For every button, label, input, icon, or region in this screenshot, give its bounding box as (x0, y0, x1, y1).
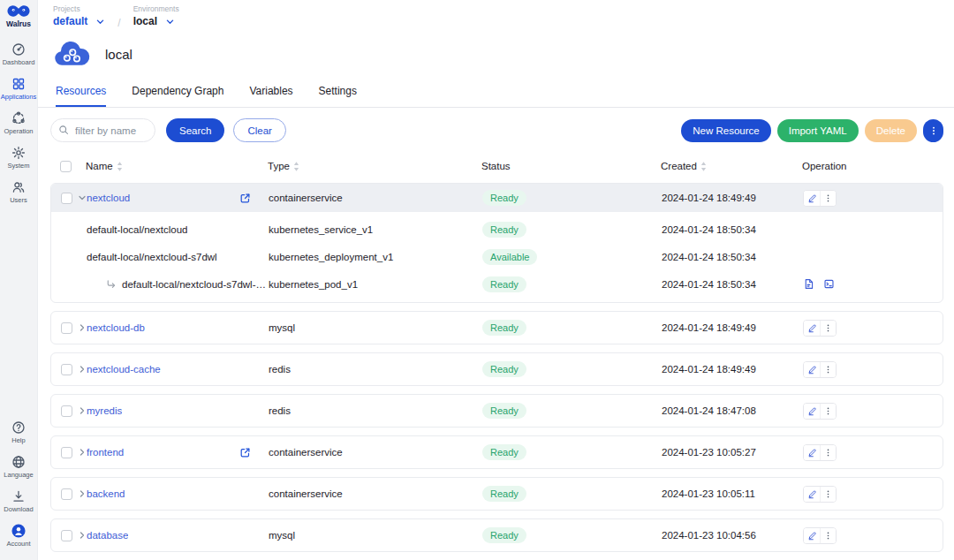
more-actions-button[interactable] (820, 528, 836, 543)
column-header-name: Name (86, 161, 268, 171)
download-icon (11, 489, 26, 503)
created-timestamp: 2024-01-24 18:50:34 (662, 224, 803, 235)
edit-button[interactable] (804, 445, 820, 460)
edit-button[interactable] (804, 191, 820, 206)
resource-name-link[interactable]: myredis (87, 405, 122, 416)
more-actions-button[interactable] (820, 445, 836, 460)
breadcrumb: Projects default / Environments local (38, 0, 954, 31)
users-icon (11, 180, 26, 194)
sidebar-item-label: Dashboard (3, 58, 35, 66)
pencil-icon (807, 531, 817, 541)
pencil-icon (807, 406, 817, 416)
edit-button[interactable] (804, 528, 820, 543)
resource-name-link[interactable]: nextcloud-cache (87, 364, 161, 375)
external-link-icon[interactable] (239, 447, 251, 458)
row-checkbox[interactable] (61, 447, 72, 458)
search-button[interactable]: Search (166, 118, 224, 142)
resource-type: mysql (269, 322, 482, 333)
environment-cloud-icon (53, 40, 91, 68)
table-body: nextcloudcontainerserviceReady2024-01-24… (50, 183, 943, 552)
resource-row-group: nextcloud-dbmysqlReady2024-01-24 18:49:4… (50, 311, 943, 344)
logs-icon (803, 278, 814, 290)
resource-name-link[interactable]: nextcloud (87, 193, 130, 203)
status-badge: Ready (482, 276, 526, 292)
component-name: default-local/nextcloud-s7dwl (87, 252, 217, 262)
edit-button[interactable] (804, 404, 820, 419)
project-select[interactable]: default (53, 15, 105, 27)
tab-dependency-graph[interactable]: Dependency Graph (132, 79, 223, 107)
sort-control[interactable] (117, 162, 123, 171)
edit-button[interactable] (804, 321, 820, 336)
environment-select[interactable]: local (133, 15, 179, 27)
external-link-icon[interactable] (239, 193, 251, 204)
sidebar-item-account[interactable]: Account (0, 518, 37, 553)
resource-name-link[interactable]: frontend (87, 447, 124, 458)
column-header-type: Type (268, 161, 481, 171)
toolbar-more-button[interactable] (923, 119, 943, 142)
sidebar-item-download[interactable]: Download (0, 484, 37, 518)
resource-row-group: databasemysqlReady2024-01-23 10:04:56 (50, 518, 943, 552)
created-timestamp: 2024-01-24 18:49:49 (662, 322, 803, 333)
projects-label: Projects (53, 4, 105, 13)
row-checkbox[interactable] (61, 530, 72, 541)
logs-button[interactable] (803, 278, 814, 290)
sort-control[interactable] (700, 162, 707, 171)
component-name: default-local/nextcloud-s7dwl-7dd69bcdb-… (122, 279, 269, 290)
terminal-button[interactable] (823, 278, 835, 290)
pencil-icon (807, 489, 817, 499)
delete-button[interactable]: Delete (865, 119, 917, 142)
account-icon (11, 524, 26, 538)
walrus-logo[interactable]: Walrus (5, 4, 32, 28)
more-actions-button[interactable] (820, 191, 836, 206)
row-checkbox[interactable] (61, 488, 72, 500)
sidebar-item-language[interactable]: Language (0, 450, 37, 484)
sidebar-item-dashboard[interactable]: Dashboard (0, 37, 37, 72)
more-actions-button[interactable] (820, 404, 836, 419)
row-checkbox[interactable] (61, 364, 72, 375)
sidebar-item-users[interactable]: Users (0, 175, 37, 209)
vertical-dots-icon (928, 125, 939, 136)
sidebar-item-system[interactable]: System (0, 140, 37, 175)
environment-crumb: Environments local (133, 4, 179, 27)
resource-row-group: backendcontainerserviceReady2024-01-23 1… (50, 477, 943, 511)
pencil-icon (807, 323, 817, 333)
environments-label: Environments (133, 4, 179, 13)
more-actions-button[interactable] (820, 321, 836, 336)
component-name: default-local/nextcloud (87, 224, 187, 235)
more-actions-button[interactable] (820, 487, 836, 502)
edit-button[interactable] (804, 362, 820, 377)
tab-resources[interactable]: Resources (56, 79, 106, 107)
tab-variables[interactable]: Variables (249, 79, 292, 107)
sidebar-item-label: Account (6, 540, 30, 548)
select-all-checkbox[interactable] (60, 161, 72, 172)
clear-button[interactable]: Clear (233, 118, 285, 142)
table-row: default-local/nextcloud-s7dwlkubernetes_… (51, 243, 943, 270)
resource-row-group: myredisredisReady2024-01-24 18:47:08 (50, 394, 943, 428)
sort-control[interactable] (293, 162, 299, 171)
walrus-logo-icon (5, 4, 32, 19)
operation-buttons (803, 361, 837, 378)
vertical-dots-icon (823, 323, 833, 333)
row-checkbox[interactable] (61, 405, 72, 417)
row-checkbox[interactable] (61, 322, 72, 334)
resource-type: kubernetes_pod_v1 (269, 279, 482, 290)
new-resource-button[interactable]: New Resource (681, 119, 770, 142)
sidebar-item-applications[interactable]: Applications (0, 72, 37, 106)
resource-name-link[interactable]: backend (87, 488, 125, 499)
search-field (50, 118, 155, 142)
resource-name-link[interactable]: nextcloud-db (87, 322, 145, 333)
breadcrumb-separator: / (117, 17, 120, 29)
created-timestamp: 2024-01-23 10:05:27 (662, 447, 803, 458)
chevron-down-icon (165, 17, 175, 26)
more-actions-button[interactable] (820, 362, 836, 377)
column-header-operation: Operation (802, 161, 943, 171)
resource-name-link[interactable]: database (87, 530, 128, 541)
sidebar-item-help[interactable]: Help (0, 415, 37, 450)
edit-button[interactable] (804, 487, 820, 502)
created-timestamp: 2024-01-24 18:50:34 (662, 279, 803, 290)
import-yaml-button[interactable]: Import YAML (777, 119, 859, 142)
vertical-dots-icon (823, 531, 833, 541)
sidebar-item-operation[interactable]: Operation (0, 106, 37, 140)
tab-settings[interactable]: Settings (319, 79, 357, 107)
row-checkbox[interactable] (61, 193, 72, 204)
